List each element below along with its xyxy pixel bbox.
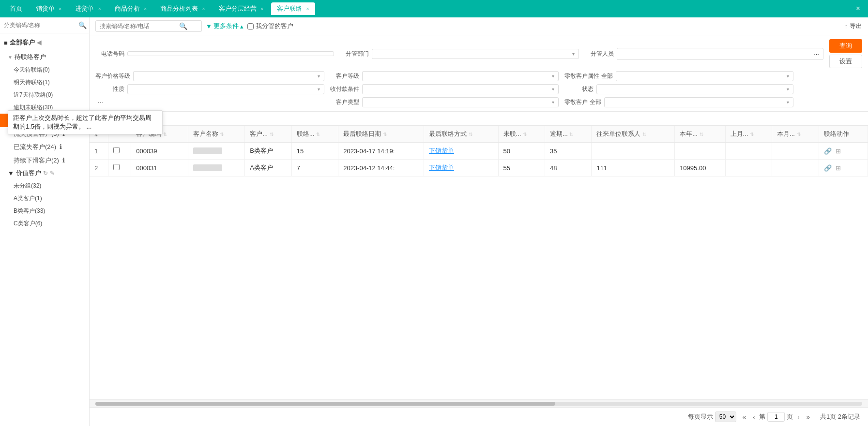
filter-scattered-input[interactable]: ▾ xyxy=(604,97,793,107)
filter-customer-type-label: 客户类型 xyxy=(330,98,359,106)
col-unit-contact: 往来单位联系人 ⇅ xyxy=(592,126,675,143)
per-page-select[interactable]: 50 xyxy=(715,411,736,422)
search-icon[interactable]: 🔍 xyxy=(179,22,187,30)
filter-status-input[interactable]: ▾ xyxy=(596,84,793,94)
col-last-date-sort[interactable]: ⇅ xyxy=(383,132,387,137)
my-customers-checkbox[interactable] xyxy=(247,23,254,29)
col-name-sort[interactable]: ⇅ xyxy=(220,132,224,137)
my-customers-toggle[interactable]: 我分管的客户 xyxy=(247,22,293,30)
sidebar-item-declining[interactable]: 持续下滑客户(2) ℹ xyxy=(0,154,89,167)
cell-checkbox-2[interactable] xyxy=(108,160,131,176)
cell-last-month-2 xyxy=(725,160,772,176)
export-button[interactable]: ↑ 导出 xyxy=(845,22,863,30)
sidebar-item-b-class[interactable]: B类客户(33) xyxy=(0,205,89,217)
row1-link-icon[interactable]: 🔗 xyxy=(824,147,832,155)
cell-unit-contact-1 xyxy=(592,143,675,160)
cell-uncontacted-1: 50 xyxy=(498,143,545,160)
sidebar-collapse-icon[interactable]: ◀ xyxy=(37,39,41,46)
next-page-button[interactable]: › xyxy=(795,412,802,422)
row1-checkbox[interactable] xyxy=(113,147,120,153)
sidebar-pending-header[interactable]: ▼ 待联络客户 xyxy=(0,51,89,63)
nav-product-analysis-list[interactable]: 商品分析列表 × xyxy=(154,2,211,15)
nav-sales[interactable]: 销货单 × xyxy=(30,2,67,15)
sidebar-item-a-class[interactable]: A类客户(1) xyxy=(0,192,89,205)
filter-scattered-attr-input[interactable]: ▾ xyxy=(616,71,793,81)
sidebar-item-ungroup[interactable]: 未分组(32) xyxy=(0,179,89,192)
filter-price-level-input[interactable]: ▾ xyxy=(133,71,324,81)
col-this-year: 本年... ⇅ xyxy=(675,126,725,143)
close-all-button[interactable]: × xyxy=(852,4,864,13)
cell-checkbox-1[interactable] xyxy=(108,143,131,160)
nav-product-analysis-close[interactable]: × xyxy=(144,6,147,12)
filter-customer-level-input[interactable]: ▾ xyxy=(362,71,559,81)
nav-purchase-close[interactable]: × xyxy=(98,6,101,12)
cell-last-method-2[interactable]: 下销货单 xyxy=(424,160,498,176)
table-scroll-area[interactable]: # 客户编码 ⇅ 客户名称 ⇅ 客户... xyxy=(90,126,868,399)
sidebar-item-lost[interactable]: 已流失客户(24) ℹ xyxy=(0,140,89,154)
sidebar-pending-arrow: ▼ xyxy=(8,55,13,60)
filter-payment: 收付款条件 ▾ xyxy=(330,84,559,94)
col-uncontacted-sort[interactable]: ⇅ xyxy=(523,132,527,137)
row2-link-icon[interactable]: 🔗 xyxy=(824,164,832,172)
sidebar-search-icon[interactable]: 🔍 xyxy=(78,21,87,29)
nav-product-analysis[interactable]: 商品分析 × xyxy=(109,2,152,15)
sidebar-search-input[interactable] xyxy=(4,22,76,29)
col-level-sort[interactable]: ⇅ xyxy=(270,132,274,137)
horizontal-scrollbar-thumb[interactable] xyxy=(95,402,555,406)
first-page-button[interactable]: « xyxy=(740,412,748,422)
nav-customer-layered-close[interactable]: × xyxy=(260,6,263,12)
row1-grid-icon[interactable]: ⊞ xyxy=(836,147,841,155)
page-number-input[interactable] xyxy=(767,412,785,422)
filter-dept-input[interactable]: ▾ xyxy=(372,49,579,59)
col-last-method-sort[interactable]: ⇅ xyxy=(469,132,472,137)
cell-last-date-1: 2023-04-17 14:19: xyxy=(338,143,424,160)
col-contact-count-sort[interactable]: ⇅ xyxy=(316,132,320,137)
nav-customer-contact[interactable]: 客户联络 × xyxy=(271,2,315,15)
prev-page-button[interactable]: ‹ xyxy=(750,412,757,422)
filter-nature: 性质 ▾ xyxy=(95,84,324,94)
col-lastmonth-sort[interactable]: ⇅ xyxy=(750,132,754,137)
nav-purchase[interactable]: 进货单 × xyxy=(69,2,107,15)
nav-purchase-label: 进货单 xyxy=(75,4,94,13)
nav-customer-contact-close[interactable]: × xyxy=(306,6,309,12)
sidebar-declining-info[interactable]: ℹ xyxy=(62,157,65,164)
filter-nature-input[interactable]: ▾ xyxy=(127,84,324,94)
filter-ellipsis[interactable]: ··· xyxy=(95,98,106,107)
nav-sales-close[interactable]: × xyxy=(59,6,61,12)
query-button[interactable]: 查询 xyxy=(829,39,862,53)
row2-grid-icon[interactable]: ⊞ xyxy=(836,164,841,172)
col-overdue-sort[interactable]: ⇅ xyxy=(569,132,573,137)
sidebar-item-tomorrow[interactable]: 明天待联络(1) xyxy=(0,76,89,88)
sidebar-item-week[interactable]: 近7天待联络(0) xyxy=(0,88,89,101)
col-code-sort[interactable]: ⇅ xyxy=(163,132,167,137)
sidebar-root-title[interactable]: ■ 全部客户 ◀ xyxy=(0,35,89,50)
sidebar-lost-info[interactable]: ℹ xyxy=(60,143,62,150)
horizontal-scrollbar[interactable] xyxy=(95,402,862,406)
sidebar-item-c-class[interactable]: C类客户(6) xyxy=(0,217,89,230)
filter-phone-input[interactable] xyxy=(127,51,334,56)
sidebar-root-label: 全部客户 xyxy=(10,38,35,47)
filter-price-level: 客户价格等级 ▾ xyxy=(95,71,324,81)
last-page-button[interactable]: » xyxy=(804,412,812,422)
sidebar-value-refresh-icon[interactable]: ↻ xyxy=(43,170,48,176)
filter-person-input[interactable]: ··· xyxy=(617,48,823,60)
nav-home[interactable]: 首页 xyxy=(4,2,28,15)
filter-price-level-label: 客户价格等级 xyxy=(95,72,130,80)
sidebar-item-today[interactable]: 今天待联络(0) xyxy=(0,63,89,76)
nav-customer-layered[interactable]: 客户分层经营 × xyxy=(213,2,269,15)
nav-product-analysis-list-close[interactable]: × xyxy=(202,6,205,12)
cell-last-method-1[interactable]: 下销货单 xyxy=(424,143,498,160)
more-conditions-button[interactable]: ▼ 更多条件 ▴ xyxy=(206,22,244,30)
col-year-sort[interactable]: ⇅ xyxy=(700,132,703,137)
filter-customer-type-input[interactable]: ▾ xyxy=(362,97,559,107)
col-unit-sort[interactable]: ⇅ xyxy=(642,132,646,137)
sidebar-value-edit-icon[interactable]: ✎ xyxy=(50,170,55,176)
search-input[interactable] xyxy=(100,23,177,29)
filter-payment-input[interactable]: ▾ xyxy=(362,84,559,94)
row1-actions: 🔗 ⊞ xyxy=(824,147,863,155)
row1-method-link[interactable]: 下销货单 xyxy=(429,147,454,154)
setting-button[interactable]: 设置 xyxy=(829,55,862,68)
col-thismonth-sort[interactable]: ⇅ xyxy=(797,132,801,137)
row2-checkbox[interactable] xyxy=(113,164,120,170)
row2-method-link[interactable]: 下销货单 xyxy=(429,164,454,171)
